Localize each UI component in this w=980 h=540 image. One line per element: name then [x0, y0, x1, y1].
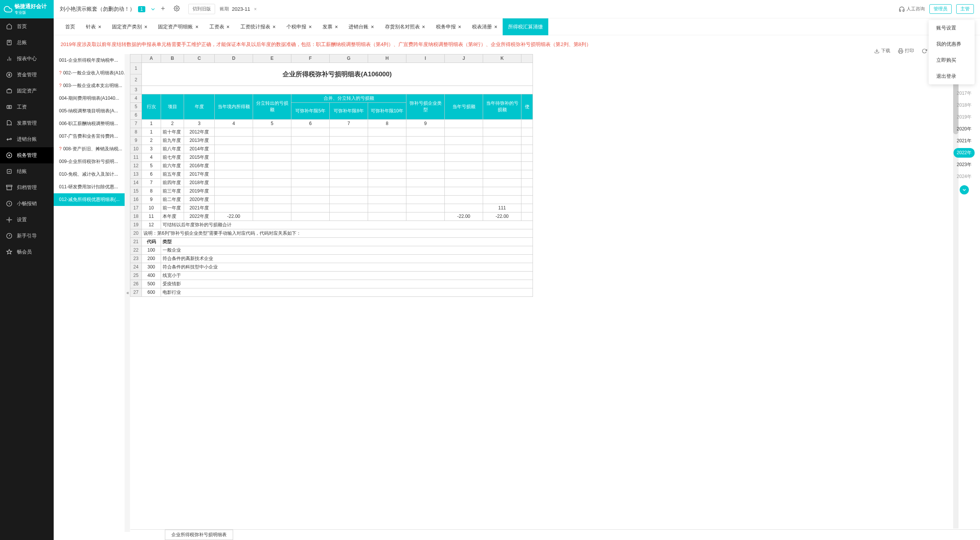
spreadsheet[interactable]: ABCDEFGHIJK1企业所得税弥补亏损明细表(A106000)234行次项目…	[130, 54, 533, 297]
year-pill[interactable]: 2019年	[954, 112, 975, 122]
sheet-area[interactable]: ABCDEFGHIJK1企业所得税弥补亏损明细表(A106000)234行次项目…	[130, 54, 980, 532]
year-more-icon[interactable]	[960, 185, 969, 194]
collapse-handle[interactable]	[125, 54, 130, 532]
tab[interactable]: 税表清册×	[467, 18, 503, 35]
col-header[interactable]: J	[445, 54, 483, 63]
report-item[interactable]: 007-广告费和业务宣传费跨...	[54, 130, 125, 143]
col-header[interactable]: F	[291, 54, 330, 63]
account-name[interactable]: 刘小艳演示账套（勿删勿动！）	[60, 6, 135, 13]
nav-invoice[interactable]: 发票管理	[0, 115, 54, 131]
tab-close-icon[interactable]: ×	[494, 24, 497, 30]
tab-close-icon[interactable]: ×	[309, 24, 312, 30]
year-pill[interactable]: 2017年	[954, 89, 975, 98]
tab-close-icon[interactable]: ×	[144, 24, 147, 30]
tab[interactable]: 所得税汇算清缴	[503, 18, 548, 35]
role-admin-button[interactable]: 管理员	[929, 4, 952, 14]
year-pill[interactable]: 2023年	[954, 160, 975, 170]
nav-settings[interactable]: 设置	[0, 212, 54, 228]
col-header[interactable]: H	[368, 54, 406, 63]
dropdown-item[interactable]: 退出登录	[929, 68, 975, 84]
col-header[interactable]: D	[215, 54, 253, 63]
report-item[interactable]: 004-期间费用明细表(A1040...	[54, 92, 125, 105]
year-pill[interactable]: 2021年	[954, 136, 975, 146]
nav-close[interactable]: 结账	[0, 163, 54, 179]
tab[interactable]: 税务申报×	[431, 18, 467, 35]
tab-close-icon[interactable]: ×	[335, 24, 338, 30]
tab[interactable]: 工资统计报表×	[235, 18, 281, 35]
year-pill[interactable]: 2018年	[954, 100, 975, 110]
support-link[interactable]: 人工咨询	[899, 6, 925, 12]
report-item[interactable]: 006-职工薪酬纳税调整明细...	[54, 117, 125, 130]
gear-icon[interactable]	[174, 5, 180, 13]
salary-icon	[6, 104, 12, 110]
tab[interactable]: 存货别名对照表×	[380, 18, 431, 35]
period-close-icon[interactable]: ×	[254, 7, 257, 12]
tab-close-icon[interactable]: ×	[273, 24, 276, 30]
tab-close-icon[interactable]: ×	[98, 24, 101, 30]
dropdown-item[interactable]: 我的优惠券	[929, 36, 975, 52]
nav-tax[interactable]: 税务管理	[0, 147, 54, 163]
nav-ledger[interactable]: 总账	[0, 35, 54, 51]
nav-expense[interactable]: 小畅报销	[0, 196, 54, 212]
switch-old-button[interactable]: 切到旧版	[188, 4, 215, 14]
tab[interactable]: 首页	[60, 18, 81, 35]
print-button[interactable]: 打印	[898, 48, 914, 54]
nav-home[interactable]: 首页	[0, 18, 54, 35]
dropdown-item[interactable]: 账号设置	[929, 20, 975, 36]
col-header[interactable]: I	[406, 54, 445, 63]
tab-close-icon[interactable]: ×	[227, 24, 230, 30]
report-item[interactable]: 009-企业所得税弥补亏损明...	[54, 155, 125, 168]
report-item[interactable]: 011-研发费用加计扣除优惠...	[54, 181, 125, 193]
tab[interactable]: 进销台账×	[343, 18, 379, 35]
tab[interactable]: 发票×	[317, 18, 343, 35]
nav-salary[interactable]: 工资	[0, 99, 54, 115]
tab-close-icon[interactable]: ×	[458, 24, 461, 30]
dropdown-item[interactable]: 立即购买	[929, 52, 975, 68]
tab-label: 首页	[65, 23, 75, 30]
sheet-tab[interactable]: 企业所得税弥补亏损明细表	[165, 530, 233, 540]
tab[interactable]: 固定资产明细账×	[153, 18, 204, 35]
report-item[interactable]: 010-免税、减计收入及加计...	[54, 168, 125, 181]
tab[interactable]: 针表×	[81, 18, 107, 35]
nav-inout[interactable]: 进销台账	[0, 131, 54, 147]
tab[interactable]: 固定资产类别×	[107, 18, 153, 35]
report-item[interactable]: 001-企业所得税年度纳税申...	[54, 54, 125, 67]
ledger-icon	[6, 40, 12, 46]
nav-label: 畅会员	[17, 249, 32, 255]
year-pill[interactable]: 2020年	[954, 124, 975, 134]
nav-label: 工资	[17, 104, 27, 110]
chevron-down-icon[interactable]	[150, 6, 156, 12]
col-header[interactable]: K	[483, 54, 521, 63]
report-label: 004-期间费用明细表(A1040...	[59, 95, 119, 102]
tab-close-icon[interactable]: ×	[422, 24, 425, 30]
report-item[interactable]: 012-减免所得税优惠明细表(...	[54, 193, 125, 206]
report-label: 008-资产折旧、摊销及纳税...	[63, 146, 122, 152]
period-value[interactable]: 2023-11	[232, 6, 250, 12]
report-item[interactable]: ?002-一般企业收入明细表(A10...	[54, 67, 125, 79]
year-pill[interactable]: 2024年	[954, 172, 975, 181]
nav-archive[interactable]: 归档管理	[0, 179, 54, 196]
tab-close-icon[interactable]: ×	[371, 24, 374, 30]
nav-asset[interactable]: 固定资产	[0, 83, 54, 99]
report-item[interactable]: ?003-一般企业成本支出明细...	[54, 79, 125, 92]
nav-guide[interactable]: 新手引导	[0, 228, 54, 244]
download-button[interactable]: 下载	[874, 48, 890, 54]
col-header[interactable]: A	[142, 54, 161, 63]
col-header[interactable]: B	[161, 54, 184, 63]
tab-close-icon[interactable]: ×	[195, 24, 198, 30]
invoice-icon	[6, 120, 12, 126]
col-header[interactable]: E	[253, 54, 291, 63]
add-icon[interactable]	[160, 5, 166, 13]
nav-chart[interactable]: 报表中心	[0, 51, 54, 67]
nav-money[interactable]: 资金管理	[0, 67, 54, 83]
col-header[interactable]: G	[330, 54, 368, 63]
report-item[interactable]: ?008-资产折旧、摊销及纳税...	[54, 143, 125, 155]
tab[interactable]: 个税申报×	[281, 18, 317, 35]
col-header[interactable]: C	[184, 54, 215, 63]
nav-vip[interactable]: 畅会员	[0, 244, 54, 260]
report-item[interactable]: 005-纳税调整项目明细表(A...	[54, 105, 125, 117]
role-supervisor-button[interactable]: 主管	[956, 4, 974, 14]
report-label: 011-研发费用加计扣除优惠...	[59, 184, 118, 190]
tab[interactable]: 工资表×	[204, 18, 235, 35]
year-pill[interactable]: 2022年	[954, 148, 975, 158]
